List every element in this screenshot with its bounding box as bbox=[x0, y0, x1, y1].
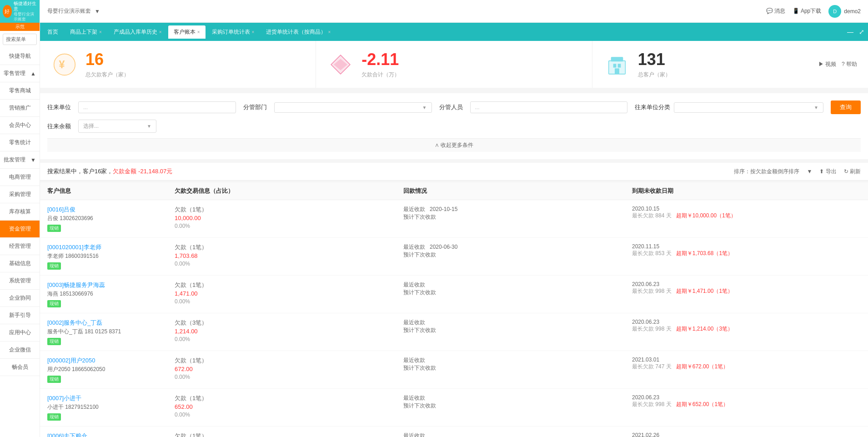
sidebar-item-purchase[interactable]: 采购管理 bbox=[0, 186, 40, 203]
tab-close-4[interactable]: × bbox=[252, 30, 255, 35]
sidebar-item-quick-nav[interactable]: 快捷导航 bbox=[0, 48, 40, 65]
tab-inbound-history[interactable]: 产成品入库单历史 × bbox=[108, 25, 167, 39]
tab-inbound-stats[interactable]: 进货单统计表（按商品） × bbox=[261, 25, 336, 39]
customer-phone: 服务中心_丁磊 181 0125 8371 bbox=[47, 328, 175, 336]
sidebar-item-member-plus[interactable]: 畅会员 bbox=[0, 359, 40, 376]
customer-name-link[interactable]: [0003]畅捷服务尹海蕊 bbox=[47, 281, 175, 289]
search-menu-button[interactable]: 搜索菜单 bbox=[3, 34, 37, 45]
collapse-filters-btn[interactable]: ∧ 收起更多条件 bbox=[47, 138, 861, 152]
tab-close-2[interactable]: × bbox=[159, 30, 162, 35]
customer-info-cell: [000002]用户2050 用户2050 18665062050 现销 bbox=[47, 357, 175, 383]
help-btn[interactable]: ? 帮助 bbox=[842, 60, 857, 68]
sidebar-item-collab[interactable]: 企业协同 bbox=[0, 290, 40, 307]
tab-customer-ledger[interactable]: 客户账本 × bbox=[168, 25, 206, 39]
overdue-link[interactable]: 超期￥1,703.68（1笔） bbox=[676, 250, 733, 256]
filter-balance-label: 往来余额 bbox=[47, 122, 75, 131]
tab-close-1[interactable]: × bbox=[99, 30, 102, 35]
sidebar-item-marketing[interactable]: 营销推广 bbox=[0, 100, 40, 117]
stat-icon-yuan: ¥ bbox=[51, 51, 78, 78]
sidebar-item-retail-mgmt[interactable]: 零售管理 ▲ bbox=[0, 65, 40, 82]
customer-tag: 现销 bbox=[47, 376, 61, 383]
dropdown-icon[interactable]: ▼ bbox=[95, 8, 100, 15]
tab-home[interactable]: 首页 bbox=[42, 25, 64, 39]
overdue-link[interactable]: 超期￥672.00（1笔） bbox=[676, 363, 728, 370]
stat-info-2: -2.11 欠款合计（万） bbox=[361, 50, 400, 79]
sidebar-item-finance[interactable]: 资金管理 bbox=[0, 221, 40, 238]
filter-row-1: 往来单位 ... 分管部门 ▼ 分管人员 ... bbox=[47, 100, 861, 114]
stat-info-1: 16 总欠款客户（家） bbox=[85, 50, 129, 79]
svg-rect-9 bbox=[615, 68, 619, 74]
customer-tag: 现销 bbox=[47, 338, 61, 345]
customer-name-link[interactable]: [000002]用户2050 bbox=[47, 357, 175, 365]
stat-info-3: 131 总客户（家） bbox=[638, 50, 671, 79]
sidebar-item-retail-stats[interactable]: 零售统计 bbox=[0, 134, 40, 151]
sidebar-item-members[interactable]: 会员中心 bbox=[0, 117, 40, 134]
customer-tag: 现销 bbox=[47, 262, 61, 270]
customer-info-cell: [0016]吕俊 吕俊 13026203696 现销 bbox=[47, 206, 175, 232]
sidebar-item-retail-mall[interactable]: 零售商城 bbox=[0, 82, 40, 100]
table-header: 客户信息 欠款交易信息（占比） 回款情况 到期未收款日期 bbox=[40, 182, 868, 200]
tabs-minimize-btn[interactable]: — bbox=[845, 26, 855, 37]
recovery-cell: 最近收款 2020-10-15 预计下次收款 bbox=[403, 206, 632, 221]
table-row: [0006]去下粮仓 陈小刚 现销 欠款（1笔） 455.90 0.00% 最近… bbox=[40, 427, 868, 437]
sidebar-item-system[interactable]: 系统管理 bbox=[0, 272, 40, 290]
table-row: [0007]小进干 小进干 18279152100 现销 欠款（1笔） 652.… bbox=[40, 389, 868, 427]
filter-balance-select[interactable]: 选择... ▼ bbox=[78, 120, 156, 133]
customer-phone: 用户2050 18665062050 bbox=[47, 366, 175, 373]
filter-dept: 分管部门 ▼ bbox=[243, 102, 432, 113]
customer-tag: 现销 bbox=[47, 413, 61, 421]
due-date-cell: 2020.11.15 最长欠款 853 天 超期￥1,703.68（1笔） bbox=[632, 243, 861, 257]
tab-purchase-stats[interactable]: 采购订单统计表 × bbox=[206, 25, 260, 39]
tabs-expand-btn[interactable]: ⤢ bbox=[857, 26, 866, 37]
sidebar-item-operations[interactable]: 经营管理 bbox=[0, 238, 40, 255]
topbar-right: 💬 消息 📱 App下载 D demo2 bbox=[766, 5, 861, 18]
stat-card-actions: ▶ 视频 ? 帮助 bbox=[818, 60, 857, 68]
debt-info-cell: 欠款（1笔） 455.90 0.00% bbox=[175, 432, 403, 437]
message-btn[interactable]: 💬 消息 bbox=[766, 7, 785, 15]
user-area[interactable]: D demo2 bbox=[828, 5, 861, 18]
filter-area: 往来单位 ... 分管部门 ▼ 分管人员 ... bbox=[40, 93, 868, 159]
tab-product-listing[interactable]: 商品上下架 × bbox=[65, 25, 107, 39]
sidebar-item-apps[interactable]: 应用中心 bbox=[0, 324, 40, 342]
refresh-btn[interactable]: ↻ 刷新 bbox=[844, 168, 861, 176]
filter-person-input[interactable]: ... bbox=[470, 101, 628, 113]
overdue-link[interactable]: 超期￥1,471.00（1笔） bbox=[676, 288, 733, 294]
customer-name-link[interactable]: [0006]去下粮仓 bbox=[47, 432, 175, 437]
sidebar-item-newbie[interactable]: 新手引导 bbox=[0, 307, 40, 324]
stat-label-2: 欠款合计（万） bbox=[361, 71, 400, 79]
sidebar-item-wechat[interactable]: 企业微信 bbox=[0, 342, 40, 359]
sidebar-item-basic-info[interactable]: 基础信息 bbox=[0, 255, 40, 272]
due-date-cell: 2021.03.01 最长欠款 747 天 超期￥672.00（1笔） bbox=[632, 357, 861, 371]
filter-dept-select[interactable]: ▼ bbox=[274, 102, 432, 113]
tab-close-3[interactable]: × bbox=[197, 30, 200, 35]
result-actions: 排序：按欠款金额倒序排序 ▼ ⬆ 导出 ↻ 刷新 bbox=[734, 168, 861, 176]
svg-rect-7 bbox=[613, 64, 616, 67]
app-download-btn[interactable]: 📱 App下载 bbox=[793, 7, 821, 15]
overdue-link[interactable]: 超期￥652.00（1笔） bbox=[676, 401, 728, 407]
debt-info-cell: 欠款（3笔） 1,214.00 0.00% bbox=[175, 319, 403, 342]
filter-customer-input[interactable]: ... bbox=[78, 101, 236, 113]
customer-name-link[interactable]: [0002]服务中心_丁磊 bbox=[47, 319, 175, 327]
main-content: 母婴行业演示账套 ▼ 💬 消息 📱 App下载 D demo2 首页 商品上下架… bbox=[40, 0, 868, 437]
tab-close-5[interactable]: × bbox=[328, 30, 331, 35]
sidebar-item-ecommerce[interactable]: 电商管理 bbox=[0, 169, 40, 186]
sidebar-item-inventory[interactable]: 库存核算 bbox=[0, 203, 40, 221]
search-button[interactable]: 查询 bbox=[831, 100, 861, 114]
video-btn[interactable]: ▶ 视频 bbox=[818, 60, 836, 68]
customer-name-link[interactable]: [0001020001]李老师 bbox=[47, 243, 175, 251]
dept-dropdown-icon: ▼ bbox=[422, 105, 427, 110]
recovery-cell: 最近收款 2020-06-30 预计下次收款 bbox=[403, 243, 632, 259]
debt-info-cell: 欠款（1笔） 10,000.00 0.00% bbox=[175, 206, 403, 229]
overdue-link[interactable]: 超期￥10,000.00（1笔） bbox=[676, 212, 736, 219]
sidebar-subtitle: 示范 bbox=[0, 23, 40, 31]
debt-info-cell: 欠款（1笔） 1,471.00 0.00% bbox=[175, 281, 403, 305]
filter-category-select[interactable]: ▼ bbox=[674, 102, 823, 113]
export-btn[interactable]: ⬆ 导出 bbox=[819, 168, 836, 176]
sidebar-item-wholesale-mgmt[interactable]: 批发管理 ▼ bbox=[0, 151, 40, 169]
customer-name-link[interactable]: [0007]小进干 bbox=[47, 394, 175, 402]
sidebar-search-area[interactable]: 搜索菜单 bbox=[0, 31, 40, 48]
stat-icon-building bbox=[603, 51, 631, 78]
customer-name-link[interactable]: [0016]吕俊 bbox=[47, 206, 175, 214]
sort-dropdown-icon[interactable]: ▼ bbox=[807, 168, 812, 175]
overdue-link[interactable]: 超期￥1,214.00（3笔） bbox=[676, 326, 733, 332]
